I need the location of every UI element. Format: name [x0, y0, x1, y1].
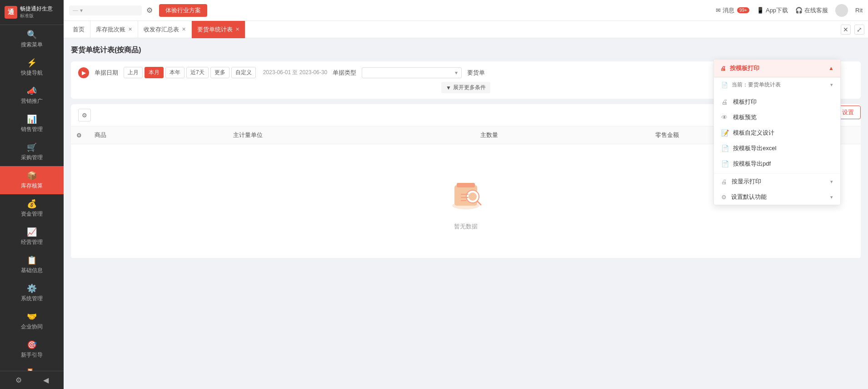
- sidebar-item-inventory[interactable]: 📦 库存核算: [0, 166, 64, 194]
- collab-icon: 🤝: [27, 312, 37, 322]
- search-icon: 🔍: [27, 30, 37, 40]
- set-default-arrow-icon: ▾: [830, 194, 833, 200]
- template-design-label: 模板自定义设计: [733, 129, 774, 137]
- service-icon: 🎧: [795, 7, 803, 14]
- settings-footer-btn[interactable]: ⚙: [15, 376, 22, 384]
- finance-icon: 💰: [27, 199, 37, 209]
- template-pdf-label: 按模板导出pdf: [733, 160, 771, 168]
- sidebar-item-guide[interactable]: 🎯 新手引导: [0, 335, 64, 364]
- print-dropdown-item-1[interactable]: 👁 模板预览: [714, 110, 840, 125]
- sidebar-item-purchase[interactable]: 🛒 采购管理: [0, 138, 64, 166]
- tabs-bar: 首页 库存批次账 ✕ 收发存汇总表 ✕ 要货单统计表 ✕ ✕ ⤢: [64, 21, 868, 38]
- app-badge: 标准版: [20, 13, 53, 19]
- date-btn-this-year[interactable]: 本年: [165, 67, 185, 78]
- template-design-icon: 📝: [721, 129, 728, 136]
- messages-btn[interactable]: ✉ 消息 99+: [716, 6, 749, 15]
- sidebar: 通 畅捷通好生意 标准版 🔍 搜索菜单 ⚡ 快捷导航 📣 营销推广 📊 销售管理…: [0, 0, 64, 389]
- tab-close-btn[interactable]: ✕: [841, 25, 851, 35]
- sidebar-item-quick-nav[interactable]: ⚡ 快捷导航: [0, 53, 64, 81]
- tab-inventory-batch-close[interactable]: ✕: [128, 26, 132, 32]
- sidebar-item-collab[interactable]: 🤝 企业协同: [0, 307, 64, 335]
- sidebar-item-finance[interactable]: 💰 资金管理: [0, 194, 64, 222]
- message-badge: 99+: [737, 7, 749, 13]
- collapse-footer-btn[interactable]: ◀: [43, 376, 49, 384]
- tab-collect-summary-close[interactable]: ✕: [182, 26, 186, 32]
- topbar-gear-icon[interactable]: ⚙: [146, 6, 153, 15]
- sidebar-item-appstore[interactable]: 🏪 应用中心: [0, 364, 64, 371]
- sidebar-item-label: 经营管理: [21, 238, 43, 246]
- tab-order-stats-label: 要货单统计表: [197, 25, 233, 34]
- current-template-label[interactable]: 📄 当前：要货单统计表 ▾: [714, 77, 840, 92]
- tab-order-stats[interactable]: 要货单统计表 ✕: [192, 21, 245, 38]
- sidebar-item-sales[interactable]: 📊 销售管理: [0, 110, 64, 138]
- date-btn-this-month[interactable]: 本月: [145, 67, 164, 78]
- sidebar-item-label: 系统管理: [21, 295, 43, 303]
- table-settings-icon-btn[interactable]: ⚙: [78, 109, 91, 121]
- expand-more-btn[interactable]: ▼ 展开更多条件: [441, 82, 490, 93]
- tab-inventory-batch[interactable]: 库存批次账 ✕: [90, 21, 138, 38]
- display-print-arrow-icon: ▾: [830, 179, 833, 185]
- operation-icon: 📈: [27, 227, 37, 237]
- sidebar-item-label: 销售管理: [21, 126, 43, 133]
- guide-icon: 🎯: [27, 340, 37, 350]
- current-template-text: 当前：要货单统计表: [732, 81, 781, 89]
- print-dropdown-item-3[interactable]: 📄 按模板导出excel: [714, 141, 840, 156]
- print-dropdown-title: 按模板打印: [730, 64, 759, 72]
- date-btn-7days[interactable]: 近7天: [186, 67, 209, 78]
- quick-nav-icon: ⚡: [27, 58, 37, 68]
- template-print-label: 模板打印: [733, 98, 757, 106]
- sidebar-footer: ⚙ ◀: [0, 371, 64, 389]
- sidebar-item-system[interactable]: ⚙️ 系统管理: [0, 279, 64, 307]
- svg-point-4: [469, 192, 477, 201]
- topbar-search-input[interactable]: — ▾: [69, 5, 142, 15]
- tab-home[interactable]: 首页: [67, 21, 90, 38]
- sidebar-item-label: 基础信息: [21, 267, 43, 274]
- topbar-chevron-icon: ▾: [80, 7, 83, 14]
- sidebar-item-label: 快捷导航: [21, 69, 43, 77]
- print-dropdown-header-left: 🖨 按模板打印: [720, 64, 759, 72]
- inventory-icon: 📦: [27, 171, 37, 181]
- sidebar-item-label: 搜索菜单: [21, 41, 43, 49]
- type-select[interactable]: ▾: [362, 67, 462, 78]
- print-dropdown: 🖨 按模板打印 ▲ 📄 当前：要货单统计表 ▾ 🖨 模板打印 👁 模板预览: [713, 59, 841, 205]
- sidebar-item-label: 新手引导: [21, 351, 43, 359]
- order-type-label: 要货单: [467, 69, 485, 77]
- print-dropdown-header[interactable]: 🖨 按模板打印 ▲: [714, 60, 840, 77]
- tab-collect-summary[interactable]: 收发存汇总表 ✕: [138, 21, 192, 38]
- sidebar-item-operation[interactable]: 📈 经营管理: [0, 222, 64, 251]
- print-dropdown-item-2[interactable]: 📝 模板自定义设计: [714, 125, 840, 141]
- page-title: 要货单统计表(按商品): [71, 45, 861, 55]
- print-dropdown-item-0[interactable]: 🖨 模板打印: [714, 94, 840, 110]
- col-settings[interactable]: ⚙: [71, 126, 89, 144]
- system-icon: ⚙️: [27, 283, 37, 293]
- date-btn-custom[interactable]: 自定义: [231, 67, 256, 78]
- download-icon: 📱: [757, 7, 764, 14]
- username-label: Rit: [855, 7, 863, 14]
- template-excel-label: 按模板导出excel: [733, 144, 776, 152]
- experience-btn[interactable]: 体验行业方案: [159, 4, 207, 17]
- date-btn-last-month[interactable]: 上月: [124, 67, 143, 78]
- display-print-item[interactable]: 🖨 按显示打印 ▾: [714, 174, 840, 189]
- purchase-icon: 🛒: [27, 142, 37, 152]
- filter-toggle-btn[interactable]: ▶: [78, 67, 89, 78]
- template-preview-icon: 👁: [721, 114, 728, 121]
- sidebar-item-marketing[interactable]: 📣 营销推广: [0, 81, 64, 110]
- tab-order-stats-close[interactable]: ✕: [235, 26, 239, 32]
- col-unit: 主计量单位: [228, 126, 475, 144]
- sidebar-item-basic[interactable]: 📋 基础信息: [0, 251, 64, 279]
- display-print-left: 🖨 按显示打印: [721, 177, 761, 186]
- sales-icon: 📊: [27, 114, 37, 124]
- sidebar-item-search[interactable]: 🔍 搜索菜单: [0, 25, 64, 53]
- user-avatar[interactable]: [835, 4, 848, 17]
- sidebar-item-label: 资金管理: [21, 210, 43, 218]
- set-default-item[interactable]: ⚙ 设置默认功能 ▾: [714, 189, 840, 205]
- tab-maximize-btn[interactable]: ⤢: [854, 25, 864, 35]
- current-label-text: 📄 当前：要货单统计表: [721, 81, 781, 89]
- tabs-right-controls: ✕ ⤢: [841, 25, 864, 35]
- date-btn-more[interactable]: 更多: [210, 67, 229, 78]
- online-service-btn[interactable]: 🎧 在线客服: [795, 6, 828, 15]
- print-dropdown-item-4[interactable]: 📄 按模板导出pdf: [714, 156, 840, 172]
- app-download-btn[interactable]: 📱 App下载: [757, 6, 788, 15]
- set-default-label: 设置默认功能: [731, 193, 767, 201]
- sidebar-item-label: 库存核算: [21, 182, 43, 190]
